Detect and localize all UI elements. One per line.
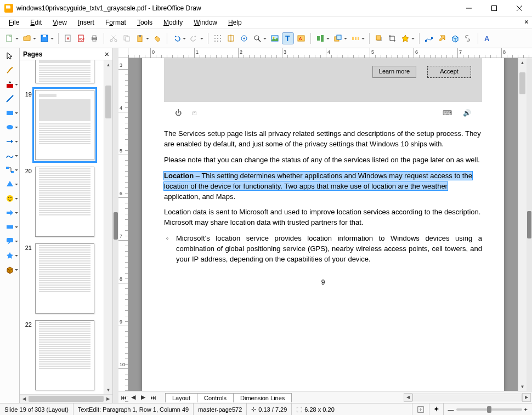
line-tool[interactable] [3, 93, 17, 104]
snap-button[interactable] [225, 32, 237, 44]
menu-insert[interactable]: Insert [73, 18, 99, 27]
svg-rect-44 [355, 37, 356, 40]
clone-format-button[interactable] [151, 32, 163, 44]
pages-hscrollbar[interactable]: ◀▶ [20, 394, 112, 403]
cut-button[interactable] [107, 32, 120, 44]
svg-rect-51 [7, 84, 13, 88]
menu-modify[interactable]: Modify [159, 18, 187, 27]
svg-rect-40 [321, 35, 324, 42]
3d-tool[interactable] [3, 264, 17, 275]
grid-button[interactable] [212, 32, 224, 44]
prev-page-button[interactable]: ◀ [128, 393, 138, 402]
menu-view[interactable]: View [48, 18, 71, 27]
menu-format[interactable]: Format [101, 18, 131, 27]
undo-button[interactable] [171, 32, 183, 44]
paste-button[interactable] [134, 32, 146, 44]
svg-rect-4 [7, 35, 12, 42]
flowchart-tool[interactable] [3, 221, 17, 232]
close-document-button[interactable]: × [524, 18, 529, 26]
gluepoints-button[interactable] [238, 32, 250, 44]
first-page-button[interactable]: ⏮ [118, 393, 128, 402]
tab-layout[interactable]: Layout [165, 393, 197, 402]
minimize-button[interactable] [456, 0, 482, 16]
document-page[interactable]: Learn more Accept ⏻⏍ ⌨🔊 The Services set… [142, 58, 504, 391]
menu-tools[interactable]: Tools [133, 18, 157, 27]
menu-file[interactable]: File [4, 18, 24, 27]
align-objects-button[interactable] [314, 32, 326, 44]
svg-point-24 [220, 38, 221, 39]
svg-point-23 [217, 38, 218, 39]
chain-button[interactable] [462, 32, 474, 44]
rect-tool[interactable] [3, 107, 17, 118]
block-arrow-tool[interactable] [3, 207, 17, 218]
star-tool[interactable] [3, 250, 17, 261]
points-button[interactable] [423, 32, 435, 44]
canvas-vscrollbar[interactable]: ▲ ▼ [518, 58, 527, 391]
menu-window[interactable]: Window [189, 18, 222, 27]
status-pos: ⊹0.13 / 7.29 [247, 403, 292, 415]
export-button[interactable] [62, 32, 74, 44]
fontwork-button[interactable]: A [295, 32, 307, 44]
extrusion-button[interactable] [449, 32, 461, 44]
bullet-item: Microsoft's location service provides lo… [176, 234, 482, 265]
page-thumbnail[interactable] [35, 167, 94, 237]
redo-button[interactable] [188, 32, 200, 44]
zoom-slider-cell[interactable]: —+ [444, 403, 532, 415]
new-button[interactable] [3, 32, 15, 44]
svg-point-21 [220, 35, 221, 36]
svg-text:T: T [285, 34, 290, 43]
glue-button[interactable] [436, 32, 448, 44]
last-page-button[interactable]: ⏭ [148, 393, 158, 402]
window-close-button[interactable] [507, 0, 532, 16]
tab-dimension-lines[interactable]: Dimension Lines [233, 393, 292, 402]
symbol-tool[interactable] [3, 193, 17, 204]
basic-shapes-tool[interactable] [3, 179, 17, 190]
save-button[interactable] [38, 32, 50, 44]
connector-tool[interactable] [3, 164, 17, 175]
fontwork-char-button[interactable]: A [482, 32, 494, 44]
shadow-button[interactable] [373, 32, 385, 44]
image-button[interactable] [269, 32, 281, 44]
filter-button[interactable] [399, 32, 411, 44]
svg-point-26 [217, 41, 218, 42]
copy-button[interactable] [121, 32, 133, 44]
page-thumbnail[interactable] [35, 90, 94, 160]
zoom-fit-button[interactable]: ✦ [429, 403, 444, 415]
select-tool[interactable] [3, 50, 17, 61]
next-page-button[interactable]: ▶ [138, 393, 148, 402]
menu-edit[interactable]: Edit [26, 18, 46, 27]
pages-panel-close[interactable]: × [105, 50, 109, 59]
line-color-tool[interactable] [3, 65, 17, 76]
canvas-viewport[interactable]: Learn more Accept ⏻⏍ ⌨🔊 The Services set… [128, 58, 518, 391]
zoom-tool-button[interactable] [251, 32, 263, 44]
paragraph: Please note that you can change the stat… [164, 155, 482, 166]
pages-vscrollbar[interactable]: ▲ ▼ [104, 60, 112, 394]
main-toolbar: PDF T A A [0, 29, 532, 48]
export-pdf-button[interactable]: PDF [75, 32, 87, 44]
curve-tool[interactable] [3, 150, 17, 161]
status-save-icon[interactable] [412, 403, 429, 415]
print-button[interactable] [88, 32, 100, 44]
maximize-button[interactable] [482, 0, 507, 16]
panel-collapse-handle[interactable] [113, 48, 118, 403]
distribute-button[interactable] [349, 32, 361, 44]
menu-help[interactable]: Help [224, 18, 246, 27]
position-icon: ⊹ [251, 406, 256, 413]
page-thumbnail[interactable] [35, 320, 94, 390]
crop-button[interactable] [386, 32, 398, 44]
page-thumbnail[interactable] [35, 243, 94, 314]
ellipse-tool[interactable] [3, 122, 17, 133]
open-button[interactable] [21, 32, 33, 44]
callout-tool[interactable] [3, 236, 17, 247]
fill-color-tool[interactable] [3, 79, 17, 90]
svg-point-27 [220, 41, 221, 42]
canvas-hscrollbar[interactable]: ◀▶ [292, 393, 532, 402]
svg-rect-48 [425, 40, 427, 42]
textbox-button[interactable]: T [282, 32, 294, 44]
svg-point-59 [8, 197, 9, 198]
arrow-tool[interactable] [3, 136, 17, 147]
arrange-button[interactable] [332, 32, 344, 44]
tab-controls[interactable]: Controls [197, 393, 234, 402]
svg-rect-47 [376, 36, 381, 40]
right-panel-handle[interactable] [527, 58, 532, 391]
